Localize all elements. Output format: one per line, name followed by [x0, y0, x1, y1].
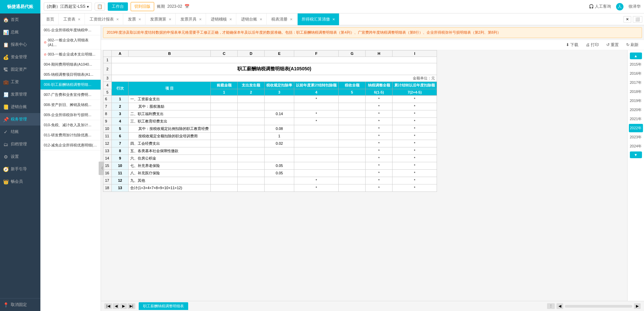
scroll-h-left[interactable]: ◀ [556, 303, 563, 309]
file-item-002[interactable]: ⊘ 002-一般企业收入明细表(A1... [40, 35, 101, 49]
year-2021[interactable]: 2021年 [629, 115, 643, 123]
notice-bar: 2019年度涉及取以前年度结转数据的申报表单元格需要手工修正正确，才能确保本年及… [103, 27, 642, 38]
file-item-007[interactable]: 007-广告费和业务宣传费明... [40, 90, 101, 100]
sidebar-bottom: 📍 取消固定 [0, 298, 40, 311]
unpin-button[interactable]: 📍 取消固定 [0, 299, 40, 311]
file-label-009: 009-企业所得税弥补亏损明... [44, 112, 91, 117]
sub-header-5: 5 [339, 89, 366, 95]
switch-button[interactable]: 切到旧版 [131, 2, 154, 11]
pin-icon: 📍 [3, 302, 9, 308]
user-avatar: 人 [616, 3, 623, 10]
year-2018[interactable]: 2018年 [629, 88, 643, 96]
tab-invoice-open[interactable]: 发票开具 ✕ [176, 13, 206, 25]
file-item-011[interactable]: 011-研发费用加计扣除优惠... [40, 130, 101, 140]
year-2015[interactable]: 2015年 [629, 60, 643, 69]
year-2024[interactable]: 2024年 [629, 142, 643, 150]
copy-button[interactable]: 📋 [95, 3, 105, 10]
sidebar-item-salary[interactable]: 💼 工资 [0, 76, 40, 88]
tab-income-tax[interactable]: 所得税汇算清缴 ✕ [298, 13, 339, 25]
year-2022[interactable]: 2022年 [629, 124, 643, 132]
tab-invoice-calc[interactable]: 发票测算 ✕ [146, 13, 176, 25]
file-item-005[interactable]: 005-纳税调整项目明细表(A1... [40, 70, 101, 80]
file-label-003: 003-一般企业成本支出明细... [48, 52, 95, 57]
tab-ledger-close[interactable]: ✕ [260, 18, 262, 21]
col-header-col6: 以前年度累计结转扣除额 [294, 81, 339, 89]
sidebar-item-close[interactable]: ✓ 结账 [0, 126, 40, 138]
table-year-area: A B C D E F G H I [101, 50, 644, 301]
scroll-left-start[interactable]: |◀ [104, 303, 112, 309]
tab-salary-stats[interactable]: 工资统计报表 ✕ [86, 13, 123, 25]
file-item-004[interactable]: 004-期间费用明细表(A1040... [40, 60, 101, 70]
sheet-tab-main[interactable]: 职工薪酬纳税调整明细表 [139, 302, 188, 310]
horizontal-scrollbar[interactable] [565, 305, 632, 308]
year-2017[interactable]: 2017年 [629, 78, 643, 87]
close-icon: ✓ [3, 129, 9, 135]
tab-tax-list[interactable]: 税表清册 ✕ [267, 13, 297, 25]
sidebar-item-home[interactable]: 🏠 首页 [0, 13, 40, 26]
scroll-h-right[interactable]: ▶ [634, 303, 641, 309]
tab-invoice-close[interactable]: ✕ [138, 18, 141, 21]
sidebar-item-settings[interactable]: ⚙ 设置 [0, 150, 40, 163]
tab-salary-stats-close[interactable]: ✕ [116, 18, 119, 21]
refresh-icon: ↻ [626, 42, 630, 47]
support-link[interactable]: 🎧 人工客询 [589, 4, 611, 9]
year-up-button[interactable]: ▲ [630, 53, 642, 59]
collapse-panel-button[interactable]: 《 [99, 162, 104, 175]
year-2020[interactable]: 2020年 [629, 106, 643, 114]
sidebar-item-tax[interactable]: 📌 税务管理 [0, 113, 40, 126]
tab-check-close[interactable]: ✕ [229, 18, 232, 21]
year-down-button[interactable]: ▼ [630, 151, 642, 158]
scroll-right-end[interactable]: ▶| [128, 303, 135, 309]
sidebar-item-vip[interactable]: 👑 畅会员 [0, 175, 40, 188]
sub-header-4: 4 [294, 89, 339, 95]
col-header-item: 项 目 [129, 81, 211, 95]
close-tab-btn[interactable]: ✕ [623, 16, 631, 23]
file-item-006[interactable]: 006-职工薪酬纳税调整明细... [40, 80, 101, 90]
company-selector[interactable]: (勿删）江西超宝-LSS ▾ [44, 2, 92, 11]
tab-invoice-open-close[interactable]: ✕ [199, 18, 202, 21]
year-2019[interactable]: 2019年 [629, 97, 643, 105]
topbar-left: (勿删）江西超宝-LSS ▾ 📋 工作台 切到旧版 账期 2023-02 📅 [44, 2, 190, 11]
download-button[interactable]: ⬇ 下载 [564, 41, 580, 48]
tab-ledger[interactable]: 进销台账 ✕ [237, 13, 267, 25]
table-row: 1 [103, 57, 437, 63]
sheet-menu-button[interactable]: ⋮ [547, 303, 555, 309]
tab-invoice[interactable]: 发票 ✕ [124, 13, 145, 25]
scroll-right[interactable]: ▶ [120, 303, 127, 309]
tab-income-tax-close[interactable]: ✕ [332, 18, 335, 21]
file-item-009[interactable]: 009-企业所得税弥补亏损明... [40, 110, 101, 120]
refresh-button[interactable]: ↻ 刷新 [624, 41, 641, 48]
file-item-012[interactable]: 012-减免企业所得税优惠明细(… [40, 140, 101, 150]
table-container[interactable]: A B C D E F G H I [101, 50, 627, 301]
print-button[interactable]: 🖨 打印 [584, 41, 601, 48]
vip-icon: 👑 [3, 179, 9, 184]
tab-salary-close[interactable]: ✕ [78, 18, 80, 21]
tab-tax-list-close[interactable]: ✕ [290, 18, 293, 21]
sidebar-item-guide[interactable]: 🧭 新手引导 [0, 163, 40, 175]
sidebar-item-ledger[interactable]: 📊 总账 [0, 26, 40, 38]
reset-button[interactable]: ↺ 重置 [604, 41, 621, 48]
year-2016[interactable]: 2016年 [629, 69, 643, 78]
tab-salary[interactable]: 工资表 ✕ [59, 13, 85, 25]
maximize-btn[interactable]: ⬜ [633, 16, 642, 23]
file-item-010[interactable]: 010-免税、减计收入及加计... [40, 120, 101, 130]
tab-home[interactable]: 首页 [42, 13, 59, 25]
workspace-button[interactable]: 工作台 [108, 2, 128, 11]
tab-check[interactable]: 进销稽核 ✕ [207, 13, 236, 25]
sidebar-item-funds[interactable]: 💰 资金管理 [0, 51, 40, 63]
file-item-001[interactable]: 001-企业所得税年度纳税申... [40, 25, 101, 35]
sidebar-item-purchase-sales[interactable]: 📒 进销台账 [0, 101, 40, 113]
table-row: 9 4 三、职工教育经费支出 * * * [103, 117, 437, 125]
sidebar-item-assets[interactable]: 🏗 固定资产 [0, 63, 40, 76]
file-item-008[interactable]: 008-资产折旧、摊销及纳税... [40, 100, 101, 110]
bottom-right-controls: ⋮ ◀ ▶ [547, 303, 641, 309]
tab-invoice-calc-close[interactable]: ✕ [169, 18, 171, 21]
sidebar-item-reports[interactable]: 📋 报表中心 [0, 38, 40, 51]
sidebar-item-invoice[interactable]: 🧾 发票管理 [0, 88, 40, 101]
col-header-col7: 税收全额 [339, 81, 366, 89]
calendar-icon[interactable]: 📅 [184, 4, 190, 9]
file-item-003[interactable]: ⊘ 003-一般企业成本支出明细... [40, 49, 101, 60]
year-2023[interactable]: 2023年 [629, 133, 643, 141]
sidebar-item-archive[interactable]: 🗂 归档管理 [0, 138, 40, 150]
scroll-left[interactable]: ◀ [113, 303, 120, 309]
